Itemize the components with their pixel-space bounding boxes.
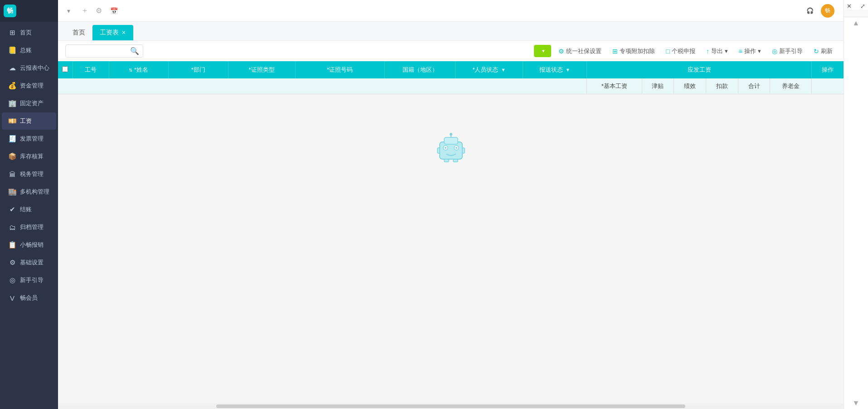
tax-icon: 🏛 [8,170,16,178]
col-idtype: *证照类型 [228,61,295,78]
svg-rect-11 [453,159,458,162]
svg-point-6 [445,147,446,149]
sidebar-item-guide[interactable]: ◎新手引导 [2,272,56,289]
tax-report-button[interactable]: □ 个税申报 [662,45,698,57]
sidebar-item-label: 资金管理 [20,82,44,90]
invoice-icon: 🧾 [8,135,16,143]
sidebar-item-asset[interactable]: 🏢固定资产 [2,95,56,112]
sidebar-item-settings[interactable]: ⚙基础设置 [2,254,56,271]
svg-rect-1 [444,137,458,144]
panel-expand-icon[interactable]: ⤢ [860,3,865,10]
scroll-thumb[interactable] [216,404,685,408]
col-nation: 国籍（地区） [384,61,455,78]
calendar-icon[interactable]: 📅 [110,7,118,15]
home-icon: ⊞ [8,29,16,37]
operations-dropdown-icon: ▾ [758,48,761,54]
sidebar-item-fund[interactable]: 💰资金管理 [2,77,56,94]
settle-icon: ✔ [8,205,16,214]
sidebar-item-inventory[interactable]: 📦库存核算 [2,148,56,165]
panel-down-arrow[interactable]: ▼ [844,397,868,409]
table-body [58,94,844,211]
guide-icon: ◎ [8,276,16,284]
empty-cell [58,94,844,211]
asset-icon: 🏢 [8,99,16,107]
table-scrollbar[interactable] [58,404,844,409]
sidebar-item-settle[interactable]: ✔结账 [2,201,56,218]
export-button[interactable]: ↑ 导出 ▾ [703,45,732,57]
sort-icon: ⇅ [129,68,132,73]
social-insurance-button[interactable]: ⚙ 统一社保设置 [555,45,605,57]
export-dropdown-icon: ▾ [725,48,728,54]
expense-icon: 📋 [8,241,16,249]
subheader-empty [58,78,587,94]
headset-icon: 🎧 [806,7,814,14]
tab-close-icon[interactable]: ✕ [121,29,126,36]
search-input[interactable] [69,48,128,54]
top-right: 🎧 畅 [806,4,836,18]
sidebar-item-home[interactable]: ⊞首页 [2,24,56,41]
sidebar-item-archive[interactable]: 🗂归档管理 [2,219,56,236]
empty-state [58,94,844,210]
col-name[interactable]: ⇅ *姓名 [109,61,169,78]
selected-period-display [844,10,868,17]
table-container: 工号 ⇅ *姓名 *部门 *证照类型 *证照号码 国籍（地区） *人员状态 ▼ … [58,61,844,404]
add-person-button[interactable]: ▾ [534,45,551,57]
report-filter-icon: ▼ [565,67,570,73]
sidebar-item-invoice[interactable]: 🧾发票管理 [2,130,56,147]
deduction-button[interactable]: ⊞ 专项附加扣除 [609,45,659,57]
tabs-bar: 首页 工资表 ✕ [58,22,844,41]
refresh-button[interactable]: ↻ 刷新 [810,45,836,57]
add-company-button[interactable]: ＋ [81,6,88,15]
col-id: 工号 [73,61,109,78]
tab-home[interactable]: 首页 [65,25,92,40]
col-report[interactable]: 报送状态 ▼ [523,61,587,78]
col-deduction: 扣款 [706,78,738,94]
service-button[interactable]: 🎧 [806,7,815,14]
salary-table: 工号 ⇅ *姓名 *部门 *证照类型 *证照号码 国籍（地区） *人员状态 ▼ … [58,61,844,210]
sidebar-item-label: 归档管理 [20,223,44,231]
search-icon[interactable]: 🔍 [130,47,139,55]
settings-icon: ⚙ [8,258,16,267]
guide-button[interactable]: ◎ 新手引导 [768,45,806,57]
operations-icon: ≡ [739,48,742,55]
operations-button[interactable]: ≡ 操作 ▾ [735,45,765,57]
panel-close-icon[interactable]: ✕ [847,3,852,10]
multi-icon: 🏬 [8,188,16,196]
sidebar-item-expense[interactable]: 📋小畅报销 [2,236,56,253]
sidebar-item-label: 发票管理 [20,135,44,143]
sidebar-item-label: 多机构管理 [20,188,49,196]
logo-icon: 畅 [4,5,16,17]
toolbar: 🔍 ▾ ⚙ 统一社保设置 ⊞ 专项附加扣除 □ 个税申报 ↑ 导出 ▾ ≡ 操作… [58,41,844,61]
col-status[interactable]: *人员状态 ▼ [456,61,523,78]
refresh-icon: ↻ [814,48,819,55]
sidebar-item-tax[interactable]: 🏛税务管理 [2,166,56,183]
deduction-label: 专项附加扣除 [620,47,655,55]
company-dropdown-icon[interactable]: ▾ [67,7,70,15]
panel-up-arrow[interactable]: ▲ [844,17,868,29]
col-idno: *证照号码 [295,61,384,78]
sidebar-item-member[interactable]: V畅会员 [2,289,56,307]
report-icon: ☁ [8,64,16,72]
right-panel-header: ✕ ⤢ [844,0,868,10]
select-all-checkbox[interactable] [62,66,68,72]
col-checkbox[interactable] [58,61,73,78]
user-info[interactable]: 畅 [821,4,836,18]
col-performance: 绩效 [674,78,706,94]
inventory-icon: 📦 [8,152,16,161]
sidebar-item-salary[interactable]: 💴工资 [2,112,56,130]
sidebar-item-label: 库存核算 [20,152,44,161]
tax-label: 个税申报 [672,47,695,55]
tab-salary-table[interactable]: 工资表 ✕ [92,25,133,40]
settings-icon[interactable]: ⚙ [96,6,102,15]
sidebar-item-multi[interactable]: 🏬多机构管理 [2,183,56,200]
table-subheader-row: *基本工资 津贴 绩效 扣款 合计 养老金 [58,78,844,94]
svg-rect-10 [444,159,449,162]
empty-row [58,94,844,211]
sidebar-item-label: 工资 [20,117,32,125]
social-icon: ⚙ [558,48,564,55]
sidebar-item-ledger[interactable]: 📒总账 [2,42,56,59]
deduction-icon: ⊞ [612,48,618,55]
account-period: 📅 [106,7,118,15]
sidebar-item-report[interactable]: ☁云报表中心 [2,59,56,77]
company-selector[interactable]: ▾ [65,7,70,15]
